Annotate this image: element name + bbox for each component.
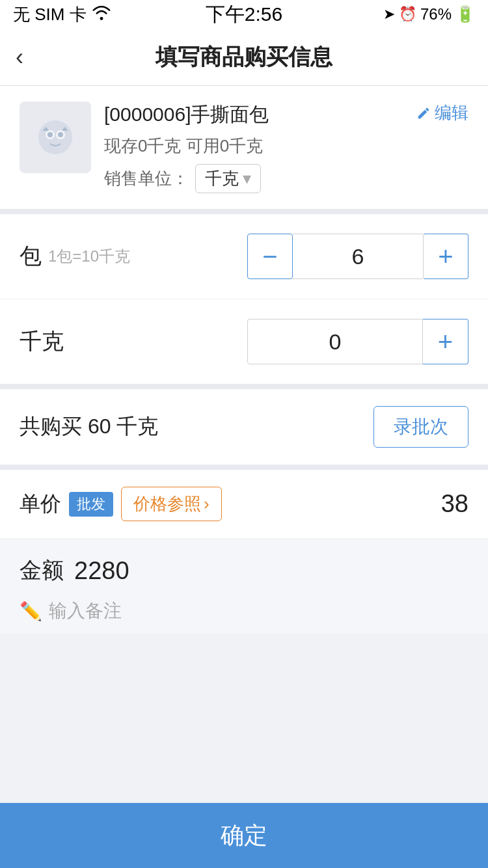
total-row: 共购买 60 千克 录批次 — [0, 389, 488, 470]
product-info: [0000006]手撕面包 编辑 现存0千克 可用0千克 销售单位： 千克 ▾ — [104, 102, 468, 193]
battery-percent: 76% — [420, 5, 452, 23]
svg-point-3 — [47, 132, 53, 137]
unit-label: 销售单位： — [104, 167, 189, 190]
battery-icon: 🔋 — [455, 5, 475, 23]
amount-section: 金额 2280 ✏️ 输入备注 — [0, 539, 488, 634]
bao-quantity-control: − + — [247, 234, 468, 279]
edit-label: 编辑 — [435, 102, 468, 124]
confirm-bar[interactable]: 确定 — [0, 803, 488, 868]
amount-value: 2280 — [74, 557, 129, 585]
price-tag: 批发 — [69, 492, 113, 517]
nav-bar: ‹ 填写商品购买信息 — [0, 29, 488, 86]
carrier-text: 无 SIM 卡 — [13, 3, 87, 26]
wifi-icon — [92, 5, 111, 25]
kg-plus-button[interactable]: + — [423, 319, 468, 364]
remark-row[interactable]: ✏️ 输入备注 — [20, 599, 468, 623]
bao-plus-button[interactable]: + — [423, 234, 468, 279]
status-left: 无 SIM 卡 — [13, 3, 111, 26]
alarm-icon: ⏰ — [399, 6, 416, 23]
kg-quantity-control: + — [247, 319, 468, 364]
product-name: [0000006]手撕面包 — [104, 102, 269, 128]
price-ref-chevron: › — [204, 494, 210, 514]
price-label: 单价 — [20, 490, 61, 519]
svg-point-0 — [38, 120, 72, 154]
kg-quantity-row: 千克 + — [0, 299, 488, 389]
bao-minus-button[interactable]: − — [247, 234, 293, 279]
amount-row: 金额 2280 — [20, 556, 468, 586]
remark-placeholder: 输入备注 — [49, 599, 122, 623]
status-right: ➤ ⏰ 76% 🔋 — [383, 5, 475, 23]
back-button[interactable]: ‹ — [16, 44, 23, 71]
price-ref-button[interactable]: 价格参照 › — [121, 487, 222, 521]
price-ref-label: 价格参照 — [133, 493, 201, 515]
confirm-button[interactable]: 确定 — [221, 820, 267, 852]
unit-value: 千克 — [205, 167, 239, 190]
bao-label: 包 — [20, 241, 42, 271]
product-stock: 现存0千克 可用0千克 — [104, 135, 468, 157]
bao-quantity-input[interactable] — [293, 234, 423, 279]
location-icon: ➤ — [383, 6, 395, 23]
bao-quantity-row: 包 1包=10千克 − + — [0, 214, 488, 299]
product-card: [0000006]手撕面包 编辑 现存0千克 可用0千克 销售单位： 千克 ▾ — [0, 86, 488, 214]
price-value: 38 — [441, 490, 468, 518]
svg-point-4 — [58, 132, 63, 137]
total-text: 共购买 60 千克 — [20, 413, 158, 441]
unit-dropdown[interactable]: 千克 ▾ — [195, 164, 261, 193]
dropdown-arrow: ▾ — [243, 169, 251, 189]
kg-label: 千克 — [20, 327, 64, 357]
price-label-row: 单价 批发 价格参照 › — [20, 487, 222, 521]
status-time: 下午2:56 — [206, 1, 282, 28]
batch-button[interactable]: 录批次 — [373, 406, 468, 448]
edit-remark-icon: ✏️ — [20, 601, 42, 622]
amount-label: 金额 — [20, 556, 64, 586]
kg-quantity-input[interactable] — [247, 319, 423, 364]
bao-hint: 1包=10千克 — [48, 246, 130, 267]
status-bar: 无 SIM 卡 下午2:56 ➤ ⏰ 76% 🔋 — [0, 0, 488, 29]
product-image — [20, 102, 91, 173]
page-title: 填写商品购买信息 — [156, 42, 332, 72]
edit-button[interactable]: 编辑 — [416, 102, 468, 124]
price-section: 单价 批发 价格参照 › 38 — [0, 470, 488, 539]
